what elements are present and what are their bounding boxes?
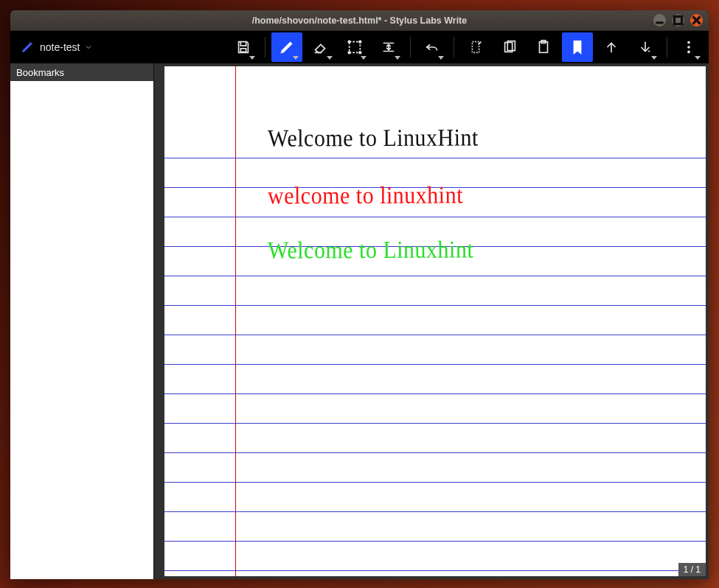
main-area: Bookmarks Welcome to LinuxHintwelcome to…: [10, 63, 709, 579]
svg-point-5: [348, 52, 350, 54]
arrow-up-icon: [603, 39, 619, 55]
undo-icon: [424, 39, 440, 55]
clipboard-icon: [535, 39, 552, 55]
prev-page-button[interactable]: [596, 32, 627, 62]
insert-space-button[interactable]: [373, 32, 404, 62]
undo-button[interactable]: [417, 32, 448, 62]
arrow-down-icon: [637, 39, 653, 55]
ruled-line: [164, 511, 706, 512]
save-button[interactable]: [228, 32, 259, 62]
svg-point-12: [687, 41, 690, 44]
handwriting-red: welcome to linuxhint: [268, 181, 463, 209]
handwriting-black: Welcome to LinuxHint: [268, 124, 479, 152]
ruled-line: [164, 541, 706, 542]
handwriting-green: Welcome to Linuxhint: [268, 236, 473, 264]
ruled-line: [164, 305, 706, 306]
copy-button[interactable]: [494, 32, 525, 62]
toolbar: note-test: [10, 31, 709, 63]
ruled-line: [164, 335, 706, 335]
svg-rect-7: [472, 42, 479, 53]
separator: [454, 37, 454, 57]
insert-space-icon: [381, 39, 397, 55]
pen-icon: [21, 39, 35, 56]
separator: [667, 37, 667, 57]
paste-button[interactable]: [528, 32, 559, 62]
bookmarks-panel: Bookmarks: [10, 63, 154, 579]
eraser-icon: [313, 39, 329, 55]
next-page-button[interactable]: [630, 32, 661, 62]
svg-point-14: [687, 51, 690, 54]
maximize-button[interactable]: [672, 14, 684, 27]
canvas-viewport: Welcome to LinuxHintwelcome to linuxhint…: [160, 63, 709, 579]
ruled-line: [164, 570, 706, 571]
svg-rect-1: [240, 49, 246, 52]
ruled-line: [164, 452, 706, 453]
bookmarks-panel-title: Bookmarks: [10, 63, 153, 81]
ruled-line: [164, 364, 706, 365]
window-title: /home/shovon/note-test.html* - Stylus La…: [10, 15, 709, 26]
ruled-line: [164, 217, 706, 217]
margin-line: [235, 66, 236, 576]
draw-tool-button[interactable]: [271, 32, 302, 62]
svg-point-6: [359, 52, 361, 54]
chevron-down-icon: [86, 44, 91, 50]
document-name: note-test: [40, 41, 80, 53]
ruled-line: [164, 158, 706, 158]
document-tab[interactable]: note-test: [15, 36, 97, 59]
minimize-icon: [653, 14, 666, 27]
eraser-tool-button[interactable]: [305, 32, 336, 62]
svg-point-13: [687, 46, 690, 49]
close-icon: [690, 14, 703, 27]
ruled-line: [164, 393, 706, 394]
kebab-icon: [681, 39, 697, 55]
svg-point-4: [359, 41, 361, 43]
select-icon: [347, 39, 363, 55]
svg-rect-2: [350, 42, 361, 53]
separator: [410, 37, 411, 57]
ruled-line: [164, 276, 706, 276]
pencil-icon: [279, 39, 295, 55]
ruled-line: [164, 423, 706, 424]
svg-point-3: [348, 41, 350, 43]
minimize-button[interactable]: [653, 14, 666, 27]
select-tool-button[interactable]: [339, 32, 370, 62]
svg-rect-0: [674, 16, 681, 24]
document-canvas[interactable]: Welcome to LinuxHintwelcome to linuxhint…: [164, 66, 706, 576]
separator: [265, 37, 265, 57]
page-indicator: 1 / 1: [678, 563, 706, 576]
copy-icon: [501, 39, 518, 55]
panel-resize-handle[interactable]: [154, 63, 160, 579]
overflow-menu-button[interactable]: [673, 32, 704, 62]
bookmarks-list[interactable]: [10, 81, 153, 579]
window-controls: [653, 14, 703, 27]
cut-icon: [468, 39, 484, 55]
cut-button[interactable]: [460, 32, 491, 62]
close-button[interactable]: [690, 14, 703, 27]
ruled-line: [164, 482, 706, 483]
save-icon: [235, 39, 251, 55]
maximize-icon: [672, 14, 684, 27]
app-window: /home/shovon/note-test.html* - Stylus La…: [10, 10, 709, 579]
titlebar: /home/shovon/note-test.html* - Stylus La…: [10, 10, 709, 31]
bookmark-icon: [569, 39, 586, 55]
bookmark-button[interactable]: [562, 32, 593, 62]
